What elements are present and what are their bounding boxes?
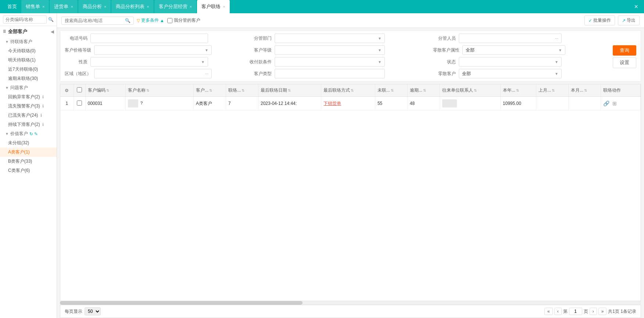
filter-price-level-dropdown[interactable]: ▼ xyxy=(94,45,212,55)
close-tab-customer-ops[interactable]: × xyxy=(190,4,192,9)
nav-window-close[interactable]: × xyxy=(631,3,641,11)
nav-tab-analysis-list[interactable]: 商品分析列表 × xyxy=(111,0,153,13)
td-checkbox[interactable] xyxy=(74,97,85,110)
batch-operation-button[interactable]: ✓ 批量操作 xyxy=(584,15,615,25)
edit-icon[interactable]: ✎ xyxy=(34,131,38,137)
th-this-month[interactable]: 本月...⇅ xyxy=(569,84,601,97)
filter-retail-attr-dropdown[interactable]: 全部 ▼ xyxy=(462,45,565,55)
th-overdue[interactable]: 逾期...⇅ xyxy=(407,84,440,97)
last-method-link[interactable]: 下销货单 xyxy=(323,101,341,106)
filter-more-button[interactable]: ▽ 更多条件 ▲ xyxy=(137,17,164,24)
nav-tab-customer-ops[interactable]: 客户分层经营 × xyxy=(154,0,196,13)
th-last-date[interactable]: 最后联络日期⇅ xyxy=(258,84,321,97)
sidebar-search-input[interactable] xyxy=(3,15,47,24)
sort-level-icon: ⇅ xyxy=(209,88,212,92)
page-size-select[interactable]: 50 xyxy=(85,307,101,315)
name-placeholder-block xyxy=(128,99,138,107)
close-tab-sales[interactable]: × xyxy=(42,4,44,9)
toolbar-search-icon[interactable]: 🔍 xyxy=(125,18,130,23)
toolbar-search-input[interactable] xyxy=(65,18,124,23)
close-tab-purchase[interactable]: × xyxy=(71,4,73,9)
sidebar-item-7days[interactable]: 近7天待联络(0) xyxy=(0,65,57,74)
th-gear[interactable]: ⚙ xyxy=(60,84,74,97)
filter-payment-dropdown[interactable]: ▼ xyxy=(275,57,385,67)
action-link-icon[interactable]: 🔗 xyxy=(603,100,609,106)
filter-customer-type-input[interactable] xyxy=(275,69,385,78)
filter-region-more[interactable]: ··· xyxy=(94,69,212,78)
sidebar-item-repurchase-abnormal[interactable]: 回购异常客户(2) ℹ xyxy=(0,92,57,102)
nav-tab-purchase[interactable]: 进货单 × xyxy=(50,0,77,13)
filter-customer-level-label: 客户等级 xyxy=(249,47,275,53)
sidebar-item-churned[interactable]: 已流失客户(24) ℹ xyxy=(0,111,57,120)
sidebar-search-icon[interactable]: 🔍 xyxy=(48,17,54,22)
retail-cust-dropdown-arrow: ▼ xyxy=(555,72,558,76)
filter-retail-customer-dropdown[interactable]: 全部 ▼ xyxy=(459,69,562,78)
settings-button[interactable]: 设置 xyxy=(613,57,636,68)
scrollbar-thumb[interactable] xyxy=(60,301,303,305)
sort-last-method-icon: ⇅ xyxy=(351,88,354,92)
sidebar-item-class-b[interactable]: B类客户(33) xyxy=(0,157,57,166)
filter-customer-level-dropdown[interactable]: ▼ xyxy=(275,45,385,55)
row-checkbox[interactable] xyxy=(77,100,82,106)
filter-region-label: 区域（地区） xyxy=(65,71,94,77)
last-page-button[interactable]: » xyxy=(598,308,607,315)
sidebar-item-churn-warning[interactable]: 流失预警客户(3) ℹ xyxy=(0,102,57,111)
close-tab-customer-contact[interactable]: × xyxy=(223,4,225,9)
th-checkbox[interactable] xyxy=(74,84,85,97)
th-level[interactable]: 客户...⇅ xyxy=(194,84,226,97)
info-icon-3: ℹ xyxy=(40,113,42,117)
sidebar-all-customers[interactable]: ⠿ 全部客户 ◀ xyxy=(0,26,57,37)
sidebar-group-value[interactable]: ▼ 价值客户 ↻ ✎ xyxy=(0,129,57,138)
horizontal-scrollbar[interactable] xyxy=(60,301,641,305)
sidebar-item-tomorrow[interactable]: 明天待联络(1) xyxy=(0,56,57,65)
td-last-month xyxy=(536,97,569,110)
next-page-button[interactable]: › xyxy=(590,308,597,315)
th-name[interactable]: 客户名称⇅ xyxy=(126,84,194,97)
filter-manager-more[interactable]: ··· xyxy=(459,33,562,43)
refresh-icon[interactable]: ↻ xyxy=(29,131,33,137)
nav-tab-analysis[interactable]: 商品分析 × xyxy=(78,0,111,13)
close-tab-analysis-list[interactable]: × xyxy=(147,4,149,9)
close-tab-analysis[interactable]: × xyxy=(104,4,106,9)
check-icon: ✓ xyxy=(588,18,592,23)
th-not-contacted[interactable]: 未联...⇅ xyxy=(375,84,407,97)
total-info-label: 共1页 1条记录 xyxy=(608,308,636,315)
sidebar-group-pending[interactable]: ▼ 待联络客户 xyxy=(0,37,57,46)
th-this-year[interactable]: 本年...⇅ xyxy=(500,84,536,97)
th-code[interactable]: 客户编码⇅ xyxy=(85,84,126,97)
td-name-suffix: ？ xyxy=(139,100,144,106)
sidebar-group-problem[interactable]: ▼ 问题客户 xyxy=(0,83,57,92)
sidebar-item-ungrouped[interactable]: 未分组(32) xyxy=(0,138,57,148)
th-contact-count[interactable]: 联络...⇅ xyxy=(226,84,258,97)
th-last-method[interactable]: 最后联络方式⇅ xyxy=(321,84,375,97)
sidebar-item-overdue[interactable]: 逾期未联络(30) xyxy=(0,74,57,83)
query-button[interactable]: 查询 xyxy=(613,45,636,56)
nav-tab-customer-contact[interactable]: 客户联络 × xyxy=(197,0,229,13)
sidebar-item-declining[interactable]: 持续下滑客户(2) ℹ xyxy=(0,120,57,129)
nav-tab-sales[interactable]: 销售单 × xyxy=(21,0,49,13)
grid-icon: ⠿ xyxy=(3,29,6,34)
price-dropdown-arrow: ▼ xyxy=(205,48,208,52)
prev-page-button[interactable]: ‹ xyxy=(554,308,562,315)
collapse-icon: ◀ xyxy=(51,29,54,34)
th-contact-person[interactable]: 往来单位联系人⇅ xyxy=(440,84,500,97)
filter-phone-input[interactable] xyxy=(90,33,208,43)
select-all-checkbox[interactable] xyxy=(77,87,82,92)
first-page-button[interactable]: « xyxy=(544,308,553,315)
export-button[interactable]: ↗ 导出 xyxy=(618,15,640,25)
action-grid-icon[interactable]: ⊞ xyxy=(612,100,617,106)
nav-home[interactable]: 首页 xyxy=(3,3,21,10)
my-customer-checkbox[interactable] xyxy=(167,18,172,23)
sidebar-item-today[interactable]: 今天待联络(0) xyxy=(0,46,57,56)
sidebar-item-class-c[interactable]: C类客户(6) xyxy=(0,166,57,175)
filter-status-dropdown[interactable]: ▼ xyxy=(459,57,562,67)
sidebar-item-class-a[interactable]: A类客户(1) xyxy=(0,148,57,157)
toolbar: 🔍 ▽ 更多条件 ▲ 我分管的客户 ✓ 批量操作 ↗ 导出 xyxy=(57,13,644,28)
sort-this-year-icon: ⇅ xyxy=(516,88,519,92)
th-last-month[interactable]: 上月...⇅ xyxy=(536,84,569,97)
data-table: ⚙ 客户编码⇅ 客户名称⇅ 客户...⇅ 联络...⇅ 最后联络日期⇅ 最后联络… xyxy=(60,84,641,110)
filter-icon: ▽ xyxy=(137,18,140,23)
page-number-input[interactable] xyxy=(569,308,582,315)
filter-dept-dropdown[interactable]: ▼ xyxy=(275,33,385,43)
filter-nature-dropdown[interactable]: ▼ xyxy=(90,57,208,67)
